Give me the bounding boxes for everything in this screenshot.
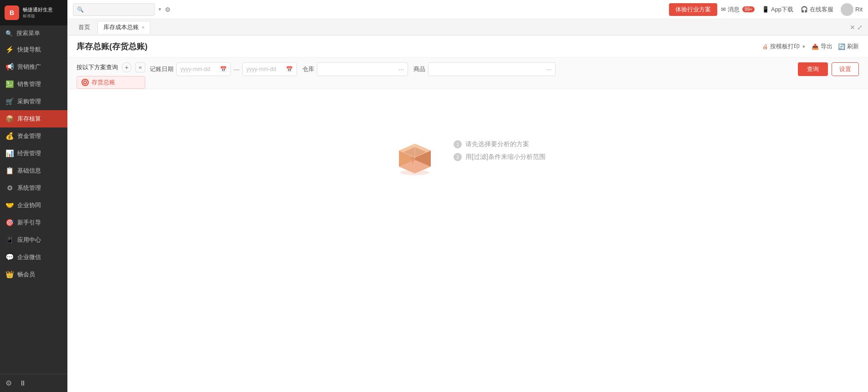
- app-download-button[interactable]: 📱 App下载: [762, 5, 793, 14]
- sidebar-item-operations[interactable]: 📊 经营管理: [0, 145, 67, 162]
- empty-tip-1: 1 请先选择要分析的方案: [454, 140, 546, 148]
- sidebar-logo: B 畅捷通好生意 标准版: [0, 0, 67, 25]
- print-button[interactable]: 🖨 按模板打印 ▼: [762, 42, 806, 51]
- sidebar-item-system[interactable]: ⚙ 系统管理: [0, 179, 67, 197]
- empty-state-inner: ? 1 请先选择要分析的方案 2 用[过滤]条件来缩小分析范围: [390, 126, 546, 176]
- page-content: 库存总账(存货总账) 🖨 按模板打印 ▼ 📤 导出 🔄 刷新: [67, 36, 868, 392]
- product-field: 商品 ···: [414, 62, 556, 76]
- warehouse-input[interactable]: ···: [317, 62, 408, 76]
- messages-button[interactable]: ✉ 消息 99+: [721, 5, 755, 14]
- sidebar-item-label: 快捷导航: [17, 46, 41, 54]
- empty-state: ? 1 请先选择要分析的方案 2 用[过滤]条件来缩小分析范围: [67, 89, 868, 212]
- date-label: 记账日期: [150, 65, 174, 73]
- sidebar-item-label: 基础信息: [17, 167, 41, 175]
- logo-icon: B: [5, 5, 19, 20]
- sidebar-item-guide[interactable]: 🎯 新手引导: [0, 214, 67, 231]
- guide-icon: 🎯: [5, 219, 14, 227]
- date-separator: —: [234, 66, 240, 73]
- topbar-search-box[interactable]: 🔍: [73, 3, 155, 16]
- product-input[interactable]: ···: [428, 62, 556, 76]
- sidebar-search[interactable]: 🔍 搜索菜单: [0, 25, 67, 41]
- settings-icon[interactable]: ⚙: [5, 379, 12, 387]
- sidebar-item-enterprise-wx[interactable]: 💬 企业微信: [0, 249, 67, 266]
- calendar-to-icon: 📅: [286, 66, 293, 72]
- sidebar-item-label: 营销推广: [17, 63, 41, 71]
- quick-nav-icon: ⚡: [5, 46, 14, 54]
- sidebar-item-marketing[interactable]: 📢 营销推广: [0, 58, 67, 76]
- product-label: 商品: [414, 65, 425, 73]
- sidebar-item-vip[interactable]: 👑 畅会员: [0, 266, 67, 283]
- main-area: 🔍 ▼ ⚙ 体验行业方案 ✉ 消息 99+ 📱 App下载 🎧 在线客服: [67, 0, 868, 392]
- sales-icon: 💹: [5, 80, 14, 88]
- date-to-input[interactable]: yyyy-mm-dd 📅: [242, 62, 297, 76]
- close-panel-icon[interactable]: ✕: [850, 24, 855, 31]
- sidebar-item-label: 库存核算: [17, 115, 41, 123]
- topbar-actions: ✉ 消息 99+ 📱 App下载 🎧 在线客服 Rit: [721, 3, 863, 16]
- product-more-icon[interactable]: ···: [546, 66, 551, 73]
- scheme-icon: [82, 79, 89, 86]
- sidebar-item-label: 销售管理: [17, 80, 41, 88]
- marketing-icon: 📢: [5, 63, 14, 71]
- export-button[interactable]: 📤 导出: [812, 42, 832, 51]
- audio-icon[interactable]: ⏸: [19, 379, 26, 387]
- warehouse-field: 仓库 ···: [302, 62, 408, 76]
- add-icon: +: [125, 64, 128, 71]
- empty-tips: 1 请先选择要分析的方案 2 用[过滤]条件来缩小分析范围: [454, 140, 546, 161]
- topbar-search-area: 🔍 ▼ ⚙: [73, 3, 665, 16]
- search-label: 搜索菜单: [16, 29, 40, 37]
- topbar-search-icon: 🔍: [77, 6, 84, 13]
- enterprise-wx-icon: 💬: [5, 253, 14, 261]
- sidebar-item-label: 资金管理: [17, 132, 41, 140]
- topbar-gear-icon[interactable]: ⚙: [165, 6, 171, 13]
- query-button[interactable]: 查询: [798, 62, 828, 76]
- sidebar-item-app-center[interactable]: 📱 应用中心: [0, 231, 67, 249]
- cooperation-icon: 🤝: [5, 201, 14, 209]
- sidebar-item-label: 畅会员: [17, 270, 35, 279]
- filter-collapse-button[interactable]: «: [135, 62, 145, 72]
- date-field: 记账日期 yyyy-mm-dd 📅 — yyyy-mm-dd 📅: [150, 62, 297, 76]
- page-header-actions: 🖨 按模板打印 ▼ 📤 导出 🔄 刷新: [762, 42, 859, 51]
- support-icon: 🎧: [801, 6, 808, 13]
- sidebar-item-sales[interactable]: 💹 销售管理: [0, 76, 67, 93]
- settings-button[interactable]: 设置: [832, 62, 859, 76]
- collapse-icon: «: [139, 64, 142, 71]
- user-avatar-area[interactable]: Rit: [841, 3, 863, 16]
- sidebar-item-cooperation[interactable]: 🤝 企业协同: [0, 197, 67, 214]
- warehouse-more-icon[interactable]: ···: [398, 66, 404, 73]
- sidebar: B 畅捷通好生意 标准版 🔍 搜索菜单 ⚡ 快捷导航 📢 营销推广 💹 销售管理…: [0, 0, 67, 392]
- refresh-button[interactable]: 🔄 刷新: [838, 42, 859, 51]
- filter-label: 按以下方案查询: [77, 63, 118, 71]
- sidebar-item-basic-info[interactable]: 📋 基础信息: [0, 162, 67, 179]
- tab-close-icon[interactable]: ×: [142, 25, 144, 30]
- purchase-icon: 🛒: [5, 97, 14, 106]
- basic-info-icon: 📋: [5, 167, 14, 175]
- page-header: 库存总账(存货总账) 🖨 按模板打印 ▼ 📤 导出 🔄 刷新: [67, 36, 868, 58]
- filter-add-button[interactable]: +: [122, 62, 132, 72]
- operations-icon: 📊: [5, 149, 14, 158]
- sidebar-item-label: 企业协同: [17, 201, 41, 209]
- svg-point-1: [84, 81, 86, 83]
- online-support-button[interactable]: 🎧 在线客服: [801, 5, 833, 14]
- page-title: 库存总账(存货总账): [77, 41, 148, 52]
- scheme-item-inventory[interactable]: 存货总账: [77, 76, 145, 89]
- dropdown-arrow-icon[interactable]: ▼: [158, 7, 162, 12]
- messages-badge: 99+: [742, 6, 755, 12]
- empty-tip-2: 2 用[过滤]条件来缩小分析范围: [454, 153, 546, 161]
- sidebar-item-inventory[interactable]: 📦 库存核算: [0, 110, 67, 127]
- search-icon: 🔍: [5, 30, 13, 37]
- tab-inventory-ledger[interactable]: 库存成本总账 ×: [97, 21, 150, 34]
- tip-1-number: 1: [454, 140, 462, 148]
- topbar: 🔍 ▼ ⚙ 体验行业方案 ✉ 消息 99+ 📱 App下载 🎧 在线客服: [67, 0, 868, 19]
- tab-home[interactable]: 首页: [73, 21, 96, 34]
- tip-2-number: 2: [454, 153, 462, 161]
- print-dropdown-icon[interactable]: ▼: [802, 44, 806, 49]
- industry-solution-button[interactable]: 体验行业方案: [669, 3, 717, 16]
- expand-panel-icon[interactable]: ⤢: [857, 24, 863, 31]
- date-from-placeholder: yyyy-mm-dd: [180, 66, 210, 72]
- active-tab-label: 库存成本总账: [103, 23, 139, 31]
- sidebar-item-quick-nav[interactable]: ⚡ 快捷导航: [0, 41, 67, 58]
- sidebar-item-funds[interactable]: 💰 资金管理: [0, 127, 67, 145]
- date-to-placeholder: yyyy-mm-dd: [246, 66, 276, 72]
- sidebar-item-purchase[interactable]: 🛒 采购管理: [0, 93, 67, 110]
- date-from-input[interactable]: yyyy-mm-dd 📅: [176, 62, 231, 76]
